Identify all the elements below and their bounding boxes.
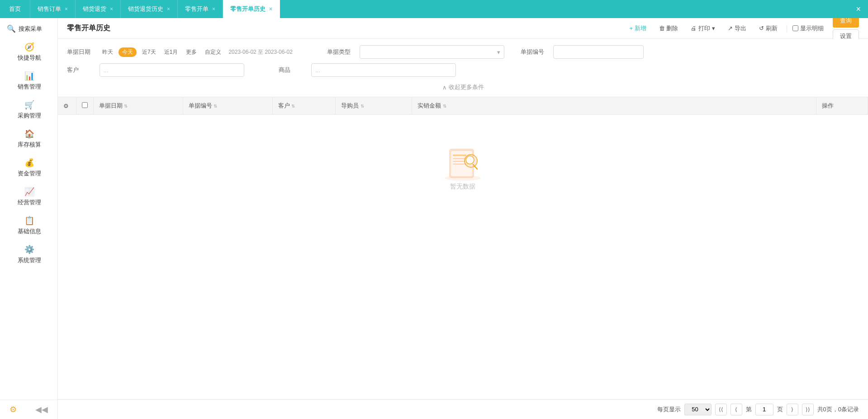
sidebar-search[interactable]: 🔍 搜索采单 [0,20,57,38]
display-detail-input[interactable] [792,25,798,31]
th-settings[interactable]: ⚙ [58,97,76,115]
svg-rect-3 [453,155,466,156]
display-detail-checkbox[interactable]: 显示明细 [792,24,824,33]
settings-icon[interactable]: ⚙ [63,103,69,109]
goods-filter-label: 商品 [279,66,304,74]
nav-icon: 🧭 [24,42,34,52]
sidebar-item-system[interactable]: ⚙️ 系统管理 [0,240,57,269]
type-filter-label: 单据类型 [327,48,352,56]
goods-input[interactable]: ... [311,63,456,77]
operation-icon: 📈 [24,187,34,197]
tab-retail[interactable]: 零售开单 × [178,0,223,18]
first-page-btn[interactable]: ⟨⟨ [715,404,727,415]
settings-bottom-icon[interactable]: ⚙ [9,405,17,414]
sort-guide-icon: ⇅ [360,104,364,108]
tab-return-history[interactable]: 销货退货历史 × [121,0,178,18]
tab-return[interactable]: 销货退货 × [76,0,121,18]
page-title: 零售开单历史 [67,24,110,33]
tab-close-icon[interactable]: × [110,6,113,12]
date-buttons: 昨天 今天 近7天 近1月 更多 自定义 2023-06-02 至 2023-0… [100,47,293,57]
sidebar: 🔍 搜索采单 🧭 快捷导航 📊 销售管理 🛒 采购管理 🏠 库存核算 💰 资金管… [0,18,58,419]
sales-icon: 📊 [24,71,34,81]
custom-btn[interactable]: 自定义 [202,47,224,57]
per-page-label: 每页显示 [657,405,681,414]
per-page-select[interactable]: 50 100 200 [684,404,711,415]
finance-icon: 💰 [24,158,34,168]
print-icon: 🖨 [691,25,697,32]
chevron-up-icon: ∧ [442,84,447,91]
page-input[interactable] [755,404,773,415]
delete-button[interactable]: 🗑 删除 [655,23,682,34]
sort-date-icon: ⇅ [124,104,128,108]
th-customer[interactable]: 客户 ⇅ [272,97,336,115]
sidebar-item-sales[interactable]: 📊 销售管理 [0,66,57,95]
next-page-btn[interactable]: ⟩ [787,404,798,415]
sidebar-item-purchase[interactable]: 🛒 采购管理 [0,95,57,124]
inventory-icon: 🏠 [24,129,34,139]
toolbar: 零售开单历史 + 新增 🗑 删除 🖨 🖨 打印 打印 ▾ ↗ 导出 ↺ 刷新 [58,18,868,39]
customer-input[interactable]: ... [100,63,244,77]
chevron-down-icon: ▾ [497,49,500,56]
refresh-icon: ↺ [759,25,764,32]
empty-illustration [440,142,485,183]
number-input[interactable] [553,45,644,59]
yesterday-btn[interactable]: 昨天 [100,47,116,57]
tab-home[interactable]: 首页 [0,0,30,18]
sidebar-item-basic[interactable]: 📋 基础信息 [0,211,57,240]
filter-row-1: 单据日期 昨天 今天 近7天 近1月 更多 自定义 2023-06-02 至 2… [67,45,859,59]
tab-sales-order[interactable]: 销售订单 × [30,0,76,18]
today-btn[interactable]: 今天 [119,47,137,57]
tab-close-icon[interactable]: × [212,6,215,12]
main-layout: 🔍 搜索采单 🧭 快捷导航 📊 销售管理 🛒 采购管理 🏠 库存核算 💰 资金管… [0,18,868,419]
sidebar-item-finance[interactable]: 💰 资金管理 [0,153,57,182]
sort-customer-icon: ⇅ [291,104,295,108]
last-page-btn[interactable]: ⟩⟩ [802,404,814,415]
filter-area: 单据日期 昨天 今天 近7天 近1月 更多 自定义 2023-06-02 至 2… [58,39,868,97]
prev-page-btn[interactable]: ⟨ [730,404,742,415]
sort-number-icon: ⇅ [213,104,217,108]
data-table: ⚙ 单据日期 ⇅ 单据编号 ⇅ [58,97,868,209]
add-button[interactable]: + 新增 [626,23,650,34]
sidebar-item-inventory[interactable]: 🏠 库存核算 [0,124,57,153]
select-all-checkbox[interactable] [82,102,88,108]
more-btn[interactable]: 更多 [183,47,199,57]
print-button[interactable]: 🖨 🖨 打印 打印 ▾ [687,23,719,34]
th-number[interactable]: 单据编号 ⇅ [183,97,272,115]
collapse-filter-btn[interactable]: ∧ 收起更多条件 [67,81,859,93]
basic-icon: 📋 [24,216,34,226]
th-date[interactable]: 单据日期 ⇅ [93,97,183,115]
tab-retail-history[interactable]: 零售开单历史 × [223,0,280,18]
tab-close-icon[interactable]: × [65,6,68,12]
filter-row-2: 客户 ... 商品 ... [67,63,859,77]
type-select[interactable]: ▾ [360,45,504,59]
divider [787,25,787,32]
tab-close-icon[interactable]: × [269,6,272,12]
collapse-sidebar-icon[interactable]: ◀◀ [35,405,48,414]
query-button[interactable]: 查询 [833,18,859,28]
th-action: 操作 [816,97,868,115]
th-checkbox[interactable] [76,97,93,115]
export-button[interactable]: ↗ 导出 [724,23,750,34]
window-close-icon[interactable]: × [856,5,861,14]
sidebar-item-operation[interactable]: 📈 经营管理 [0,182,57,211]
customer-ellipsis: ... [104,67,109,74]
svg-point-10 [467,157,470,160]
table-area: ⚙ 单据日期 ⇅ 单据编号 ⇅ [58,97,868,399]
customer-filter-label: 客户 [67,66,92,74]
sort-amount-icon: ⇅ [443,104,446,108]
date-filter-label: 单据日期 [67,48,92,56]
total-label: 共0页，0条记录 [817,405,859,414]
tab-close-icon[interactable]: × [167,6,170,12]
page-label: 第 [746,405,752,414]
sidebar-item-nav[interactable]: 🧭 快捷导航 [0,38,57,66]
goods-ellipsis: ... [315,67,320,74]
system-icon: ⚙️ [24,245,34,254]
empty-row: 暂无数据 [58,115,868,209]
refresh-button[interactable]: ↺ 刷新 [755,23,781,34]
last7-btn[interactable]: 近7天 [139,47,159,57]
empty-text: 暂无数据 [450,183,475,191]
svg-point-8 [466,156,474,164]
last-month-btn[interactable]: 近1月 [161,47,181,57]
th-guide[interactable]: 导购员 ⇅ [336,97,412,115]
th-amount[interactable]: 实销金额 ⇅ [412,97,816,115]
